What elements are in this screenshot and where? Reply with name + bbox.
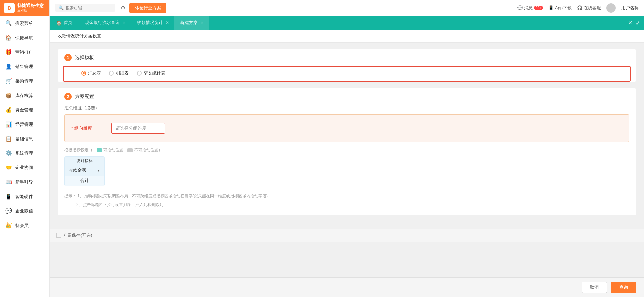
step2-title: 方案配置 — [75, 94, 94, 100]
sidebar-item-system[interactable]: ⚙️系统管理 — [0, 146, 49, 160]
service-action[interactable]: 🎧 在线客服 — [577, 5, 601, 11]
message-badge: 99+ — [534, 6, 543, 10]
search-box[interactable]: 🔍 — [55, 4, 115, 12]
tab-home-label: 首页 — [64, 20, 72, 26]
tabbar-spacer — [209, 16, 624, 30]
sidebar-item-marketing[interactable]: 🎁营销推广 — [0, 45, 49, 59]
sidebar-icon-member: 👑 — [5, 222, 12, 229]
step1-section: 1 选择模板 汇总表 明细表 交叉统计表 — [58, 49, 636, 82]
logo-text-area: 畅捷通好生意 标准版 — [17, 3, 44, 13]
sidebar-icon-sales: 👤 — [5, 63, 12, 70]
topbar: 🔍 ⚙ 体验行业方案 💬 消息 99+ 📱 App下载 🎧 在线客服 用户名称 — [50, 0, 644, 16]
tip-label: 提示： 1、拖动标题栏可以调整布局，不可跨维度或指标区域拖动栏目字段(只能在同一… — [64, 193, 629, 200]
metric-item-text: 收款金额 — [69, 167, 86, 174]
draggable-indicator: 可拖动位置 — [97, 147, 123, 153]
message-icon: 💬 — [517, 5, 523, 10]
drag-icon — [97, 148, 102, 152]
sidebar-item-inventory[interactable]: 📦库存核算 — [0, 88, 49, 103]
tip2: 2、点击标题栏下拉可设置排序、插入列和删除列 — [64, 201, 629, 209]
dimension-select[interactable]: 请选择分组维度 — [111, 123, 165, 134]
sidebar-item-finance[interactable]: 💰资金管理 — [0, 103, 49, 117]
sidebar-item-cooperation[interactable]: 🤝企业协同 — [0, 160, 49, 175]
tab-new-plan[interactable]: 新建方案 ✕ — [175, 16, 209, 30]
main-area: 🔍 ⚙ 体验行业方案 💬 消息 99+ 📱 App下载 🎧 在线客服 用户名称 — [50, 0, 644, 297]
radio-summary-btn[interactable] — [81, 71, 86, 76]
save-plan-checkbox[interactable] — [56, 233, 61, 238]
non-draggable-indicator: 不可拖动位置） — [127, 147, 162, 153]
sidebar-item-smart-hw[interactable]: 📱智能硬件 — [0, 189, 49, 204]
radio-detail-btn[interactable] — [109, 71, 114, 76]
no-drag-icon — [127, 148, 133, 152]
draggable-label: 可拖动位置 — [103, 147, 123, 153]
sidebar-label-system: 系统管理 — [15, 150, 33, 156]
download-label: App下载 — [555, 5, 572, 11]
tab-home[interactable]: 🏠 首页 — [50, 16, 79, 30]
page-header-title: 收款情况统计方案设置 — [58, 33, 101, 38]
message-action[interactable]: 💬 消息 99+ — [517, 5, 543, 11]
search-input[interactable] — [66, 6, 106, 10]
sidebar-icon-smart-hw: 📱 — [5, 193, 12, 200]
sidebar-label-search-menu: 搜索菜单 — [15, 20, 33, 27]
sidebar-item-operations[interactable]: 📊经营管理 — [0, 117, 49, 132]
radio-detail-label: 明细表 — [116, 70, 129, 76]
sidebar-icon-inventory: 📦 — [5, 92, 12, 99]
sidebar-item-guide[interactable]: 📖新手引导 — [0, 175, 49, 189]
service-label: 在线客服 — [584, 5, 601, 11]
avatar[interactable] — [606, 3, 616, 13]
cancel-button[interactable]: 取消 — [582, 282, 607, 293]
radio-cross-btn[interactable] — [137, 71, 142, 76]
metric-chevron-icon[interactable]: ▼ — [97, 169, 100, 172]
page-header: 收款情况统计方案设置 — [50, 30, 644, 43]
tab-collection-stat-label: 收款情况统计 — [137, 20, 163, 26]
close-tab-icon[interactable]: ✕ — [628, 20, 632, 26]
tab-bank-flow-label: 现金银行流水查询 — [85, 20, 120, 26]
non-draggable-label: 不可拖动位置） — [134, 147, 162, 153]
page-body: 1 选择模板 汇总表 明细表 交叉统计表 — [50, 43, 644, 229]
query-button[interactable]: 查询 — [611, 282, 636, 293]
sidebar-icon-purchase: 🛒 — [5, 78, 12, 84]
sidebar-item-base-info[interactable]: 📋基础信息 — [0, 132, 49, 146]
maximize-icon[interactable]: ⤢ — [636, 20, 640, 26]
content-area: 收款情况统计方案设置 1 选择模板 汇总表 明细表 — [50, 30, 644, 277]
step1-badge: 1 — [64, 54, 72, 61]
sidebar-nav: 🔍搜索菜单🏠快捷导航🎁营销推广👤销售管理🛒采购管理📦库存核算💰资金管理📊经营管理… — [0, 16, 49, 297]
dimension-arrow: — — [99, 126, 104, 131]
sidebar-icon-cooperation: 🤝 — [5, 164, 12, 171]
radio-summary[interactable]: 汇总表 — [81, 70, 101, 76]
sidebar-icon-quick-nav: 🏠 — [5, 35, 12, 41]
sidebar-label-operations: 经营管理 — [15, 121, 33, 128]
download-action[interactable]: 📱 App下载 — [548, 5, 572, 11]
tab-bank-flow[interactable]: 现金银行流水查询 ✕ — [79, 16, 131, 30]
logo-text: 畅捷通好生意 — [17, 3, 44, 8]
sidebar-icon-system: ⚙️ — [5, 150, 12, 156]
sidebar-item-search-menu[interactable]: 🔍搜索菜单 — [0, 16, 49, 31]
logo-tag: 标准版 — [17, 8, 44, 13]
tab-collection-stat[interactable]: 收款情况统计 ✕ — [131, 16, 175, 30]
metric-item-collection[interactable]: 收款金额 ▼ — [65, 165, 104, 176]
gear-icon[interactable]: ⚙ — [121, 5, 125, 11]
tab-bank-flow-close[interactable]: ✕ — [122, 20, 126, 25]
template-selection: 汇总表 明细表 交叉统计表 — [63, 66, 631, 82]
sidebar-item-quick-nav[interactable]: 🏠快捷导航 — [0, 31, 49, 45]
radio-detail[interactable]: 明细表 — [109, 70, 129, 76]
sidebar-label-marketing: 营销推广 — [15, 49, 33, 55]
metrics-label-row: 模板指标设定（ 可拖动位置 不可拖动位置） — [64, 147, 629, 153]
sidebar-logo: B 畅捷通好生意 标准版 — [0, 0, 49, 16]
trial-button[interactable]: 体验行业方案 — [129, 3, 166, 13]
sidebar-item-member[interactable]: 👑畅会员 — [0, 218, 49, 233]
tab-new-plan-close[interactable]: ✕ — [200, 20, 204, 25]
radio-cross[interactable]: 交叉统计表 — [137, 70, 165, 76]
search-icon: 🔍 — [58, 5, 64, 10]
topbar-actions: 💬 消息 99+ 📱 App下载 🎧 在线客服 用户名称 — [517, 3, 639, 13]
sidebar-item-purchase[interactable]: 🛒采购管理 — [0, 74, 49, 88]
tab-collection-stat-close[interactable]: ✕ — [166, 20, 169, 25]
tab-new-plan-label: 新建方案 — [180, 20, 198, 26]
step1-title: 选择模板 — [75, 55, 94, 61]
sidebar-label-sales: 销售管理 — [15, 64, 33, 70]
sidebar-icon-operations: 📊 — [5, 121, 12, 128]
download-icon: 📱 — [548, 5, 554, 10]
sidebar-item-sales[interactable]: 👤销售管理 — [0, 59, 49, 74]
tip1: 1、拖动标题栏可以调整布局，不可跨维度或指标区域拖动栏目字段(只能在同一维度或指… — [77, 194, 268, 198]
step2-body: 汇总维度（必选） * 纵向维度 — 请选择分组维度 模板指标设定（ 可拖动位置 — [58, 105, 636, 215]
sidebar-item-weixin[interactable]: 💬企业微信 — [0, 204, 49, 218]
